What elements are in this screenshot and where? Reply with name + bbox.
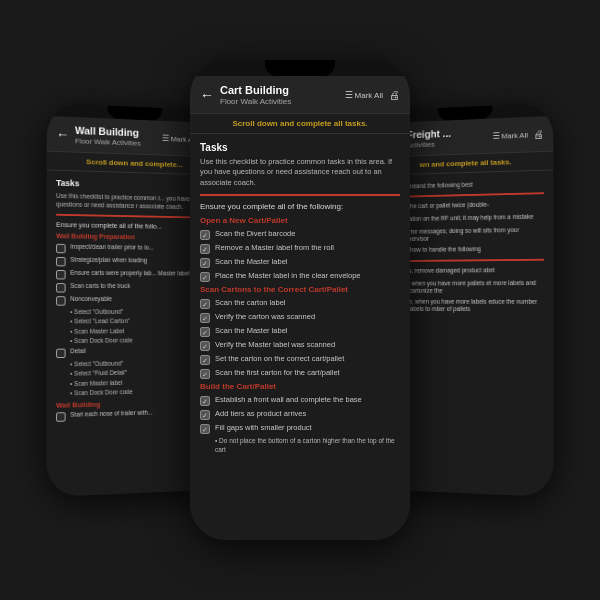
back-button-left[interactable]: ← xyxy=(56,128,69,142)
item-text: Scan carts to the truck xyxy=(70,282,130,290)
sub-item: Scan Master Label xyxy=(56,327,211,336)
item-text: Scan the carton label xyxy=(215,298,285,308)
checkbox[interactable]: ✓ xyxy=(200,410,210,420)
center-screen: ← Cart Building Floor Walk Activities ☰ … xyxy=(190,76,410,540)
left-subtitle: Floor Walk Activities xyxy=(75,137,156,149)
list-item: ✓ Scan the Master label xyxy=(200,326,400,337)
checkbox[interactable] xyxy=(56,283,65,292)
item-text: Ensure carts were properly lab... Master… xyxy=(70,269,207,278)
section-label-1: Open a New Cart/Pallet xyxy=(200,216,400,225)
checkbox[interactable]: ✓ xyxy=(200,258,210,268)
sub-item: Select "Fluid Detail" xyxy=(56,368,211,378)
list-item: ✓ Fill gaps with smaller product xyxy=(200,423,400,434)
back-button-center[interactable]: ← xyxy=(200,88,214,102)
checkbox[interactable]: ✓ xyxy=(200,272,210,282)
item-text: t error messages; doing so will sits fro… xyxy=(402,226,544,244)
list-item: Start each nose of trailer with... xyxy=(56,408,211,422)
check-icon-left: ☰ xyxy=(162,134,169,143)
item-text: ges, remove damaged product abel xyxy=(402,266,494,274)
center-title: Cart Building xyxy=(220,84,339,97)
print-icon-right[interactable]: 🖨 xyxy=(533,129,543,141)
check-icon-right: ☰ xyxy=(492,132,499,142)
checkbox[interactable]: ✓ xyxy=(200,341,210,351)
sub-item: Scan Dock Door code xyxy=(56,336,211,345)
item-text: Start each nose of trailer with... xyxy=(70,409,153,419)
checkbox[interactable]: ✓ xyxy=(200,424,210,434)
item-text: Place the Master label in the clear enve… xyxy=(215,271,361,281)
list-item: ✓ t error messages; doing so will sits f… xyxy=(389,226,544,244)
list-item: Scan carts to the truck xyxy=(56,282,211,293)
left-tasks-desc: Use this checklist to practice common t.… xyxy=(56,191,211,211)
print-icon-center[interactable]: 🖨 xyxy=(389,89,400,101)
list-item: ✓ nd how to handle the following xyxy=(389,244,544,256)
left-title-group: Wall Building Floor Walk Activities xyxy=(75,125,156,149)
center-content: Tasks Use this checklist to practice com… xyxy=(190,134,410,540)
item-text: to the cart or pallet twice (double- xyxy=(402,201,489,211)
list-item: ✓ Establish a front wall and complete th… xyxy=(200,395,400,406)
center-divider xyxy=(200,194,400,196)
center-header: ← Cart Building Floor Walk Activities ☰ … xyxy=(190,76,410,114)
list-item: ✓ Scan the carton label xyxy=(200,298,400,309)
checkbox[interactable] xyxy=(56,270,65,279)
item-text: Strategize/plan when loading xyxy=(70,256,147,265)
right-tasks-desc: nd understand the following best xyxy=(389,178,544,191)
right-subtitle: Activities xyxy=(407,138,487,150)
item-text: nd how to handle the following xyxy=(402,245,481,254)
item-text: Verify the carton was scanned xyxy=(215,312,315,322)
checkbox[interactable]: ✓ xyxy=(200,396,210,406)
item-text: gs, when you have more pallets et more l… xyxy=(402,279,544,295)
item-text: rmation on the RF unit; it may help from… xyxy=(402,213,533,223)
section-label-3: Build the Cart/Pallet xyxy=(200,382,400,391)
list-item: ✓ Add tiers as product arrives xyxy=(200,409,400,420)
right-title-group: Freight ... Activities xyxy=(407,126,487,150)
center-mark-all-label: Mark All xyxy=(355,91,383,100)
checkbox[interactable]: ✓ xyxy=(200,369,210,379)
center-tasks-desc: Use this checklist to practice common ta… xyxy=(200,157,400,189)
checkbox[interactable] xyxy=(56,244,65,253)
item-text: Verify the Master label was scanned xyxy=(215,340,335,350)
center-scroll-notice: Scroll down and complete all tasks. xyxy=(190,114,410,134)
list-item: ✓ Scan the Master label xyxy=(200,257,400,268)
checkbox[interactable]: ✓ xyxy=(200,244,210,254)
left-tasks-title: Tasks xyxy=(56,178,211,191)
checkbox[interactable]: ✓ xyxy=(200,299,210,309)
checkbox[interactable]: ✓ xyxy=(200,355,210,365)
center-tasks-title: Tasks xyxy=(200,142,400,153)
checkbox[interactable] xyxy=(56,413,65,423)
center-header-actions: ☰ Mark All 🖨 xyxy=(345,89,400,101)
item-text: Scan the Divert barcode xyxy=(215,229,295,239)
center-ensure: Ensure you complete all of the following… xyxy=(200,202,400,211)
checkbox[interactable] xyxy=(56,296,65,305)
checkbox[interactable]: ✓ xyxy=(200,327,210,337)
checkbox[interactable]: ✓ xyxy=(200,230,210,240)
list-item: Detail xyxy=(56,346,211,358)
checkbox[interactable]: ✓ xyxy=(200,313,210,323)
list-item: Inspect/clean trailer prior to lo... xyxy=(56,243,211,255)
item-text: age, when you have more labels educe the… xyxy=(402,298,544,314)
list-item: ✓ age, when you have more labels educe t… xyxy=(389,298,544,314)
list-item: ✓ Scan the first carton for the cart/pal… xyxy=(200,368,400,379)
item-text: Fill gaps with smaller product xyxy=(215,423,312,433)
center-title-group: Cart Building Floor Walk Activities xyxy=(220,84,339,107)
checkbox[interactable] xyxy=(56,257,65,266)
list-item: ✓ to the cart or pallet twice (double- xyxy=(389,200,544,214)
list-item: ✓ Remove a Master label from the roll xyxy=(200,243,400,254)
center-subtitle: Floor Walk Activities xyxy=(220,97,339,107)
checkbox[interactable] xyxy=(56,348,65,357)
list-item: ✓ Set the carton on the correct cart/pal… xyxy=(200,354,400,365)
item-text: Inspect/clean trailer prior to lo... xyxy=(70,243,154,252)
right-mark-all[interactable]: ☰ Mark All xyxy=(492,130,528,141)
list-item: Ensure carts were properly lab... Master… xyxy=(56,269,211,280)
list-item: ✓ rmation on the RF unit; it may help fr… xyxy=(389,213,544,226)
left-ensure: Ensure you complete all of the follo... xyxy=(56,221,211,230)
list-item: Nonconveyable xyxy=(56,295,211,305)
center-mark-all[interactable]: ☰ Mark All xyxy=(345,90,383,100)
list-item: ✓ ges, remove damaged product abel xyxy=(389,266,544,277)
list-item: ✓ Verify the carton was scanned xyxy=(200,312,400,323)
list-item: ✓ gs, when you have more pallets et more… xyxy=(389,279,544,295)
right-divider2 xyxy=(389,259,544,262)
item-text: Detail xyxy=(70,347,86,355)
right-header-actions: ☰ Mark All 🖨 xyxy=(492,129,544,142)
notch-center xyxy=(265,60,335,76)
item-text: Remove a Master label from the roll xyxy=(215,243,334,253)
